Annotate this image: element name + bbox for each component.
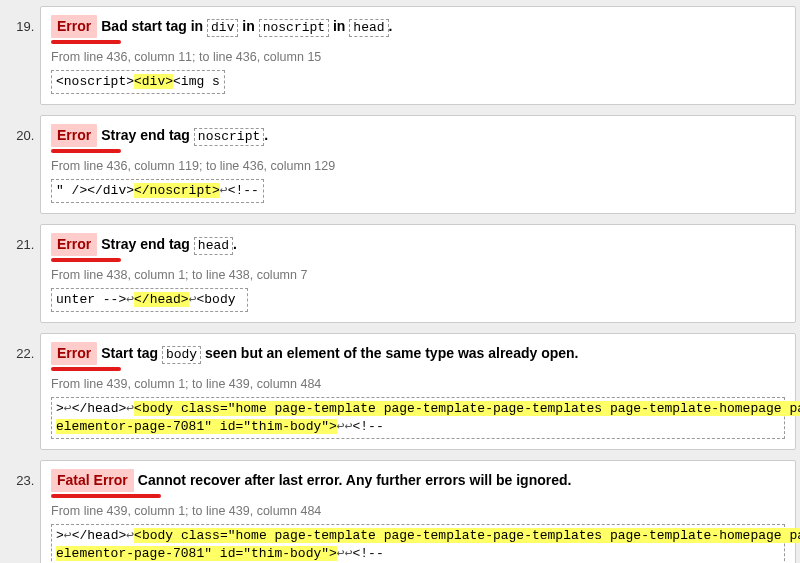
message-box: Fatal ErrorCannot recover after last err…	[40, 460, 796, 563]
message-text: .	[264, 127, 268, 143]
message-text: Start tag	[101, 345, 162, 361]
message-text: seen but an element of the same type was…	[201, 345, 578, 361]
error-badge: Error	[51, 124, 97, 147]
validation-message-item: Fatal ErrorCannot recover after last err…	[38, 460, 796, 563]
code-extract: <noscript><div><img s	[51, 70, 225, 94]
message-header: ErrorStray end tag noscript.	[51, 124, 785, 147]
validation-message-item: ErrorStray end tag noscript.From line 43…	[38, 115, 796, 214]
inline-code: noscript	[259, 19, 329, 37]
inline-code: noscript	[194, 128, 264, 146]
validation-message-item: ErrorStart tag body seen but an element …	[38, 333, 796, 450]
message-box: ErrorBad start tag in div in noscript in…	[40, 6, 796, 105]
source-location: From line 436, column 119; to line 436, …	[51, 159, 785, 173]
error-badge: Error	[51, 342, 97, 365]
code-extract: >↩</head>↩<body class="home page-templat…	[51, 397, 785, 439]
inline-code: body	[162, 346, 201, 364]
source-location: From line 439, column 1; to line 439, co…	[51, 377, 785, 391]
message-text: .	[233, 236, 237, 252]
code-extract: " /></div></noscript>↩<!--	[51, 179, 264, 203]
code-extract: >↩</head>↩<body class="home page-templat…	[51, 524, 785, 563]
fatal-error-badge: Fatal Error	[51, 469, 134, 492]
message-header: ErrorStart tag body seen but an element …	[51, 342, 785, 365]
message-text: in	[238, 18, 258, 34]
error-badge: Error	[51, 15, 97, 38]
message-text: in	[329, 18, 349, 34]
error-underline-annotation	[51, 367, 121, 371]
error-underline-annotation	[51, 40, 121, 44]
message-header: ErrorStray end tag head.	[51, 233, 785, 256]
inline-code: head	[194, 237, 233, 255]
source-location: From line 439, column 1; to line 439, co…	[51, 504, 785, 518]
validation-messages-list: ErrorBad start tag in div in noscript in…	[4, 6, 796, 563]
message-text: Cannot recover after last error. Any fur…	[138, 472, 572, 488]
source-location: From line 436, column 11; to line 436, c…	[51, 50, 785, 64]
message-text: Stray end tag	[101, 127, 194, 143]
validation-message-item: ErrorStray end tag head.From line 438, c…	[38, 224, 796, 323]
error-badge: Error	[51, 233, 97, 256]
error-underline-annotation	[51, 494, 161, 498]
message-box: ErrorStart tag body seen but an element …	[40, 333, 796, 450]
message-box: ErrorStray end tag head.From line 438, c…	[40, 224, 796, 323]
inline-code: div	[207, 19, 238, 37]
message-header: ErrorBad start tag in div in noscript in…	[51, 15, 785, 38]
message-text: .	[389, 18, 393, 34]
code-extract: unter -->↩</head>↩<body	[51, 288, 248, 312]
error-underline-annotation	[51, 149, 121, 153]
inline-code: head	[349, 19, 388, 37]
validation-message-item: ErrorBad start tag in div in noscript in…	[38, 6, 796, 105]
message-text: Stray end tag	[101, 236, 194, 252]
source-location: From line 438, column 1; to line 438, co…	[51, 268, 785, 282]
message-text: Bad start tag in	[101, 18, 207, 34]
message-box: ErrorStray end tag noscript.From line 43…	[40, 115, 796, 214]
error-underline-annotation	[51, 258, 121, 262]
message-header: Fatal ErrorCannot recover after last err…	[51, 469, 785, 492]
